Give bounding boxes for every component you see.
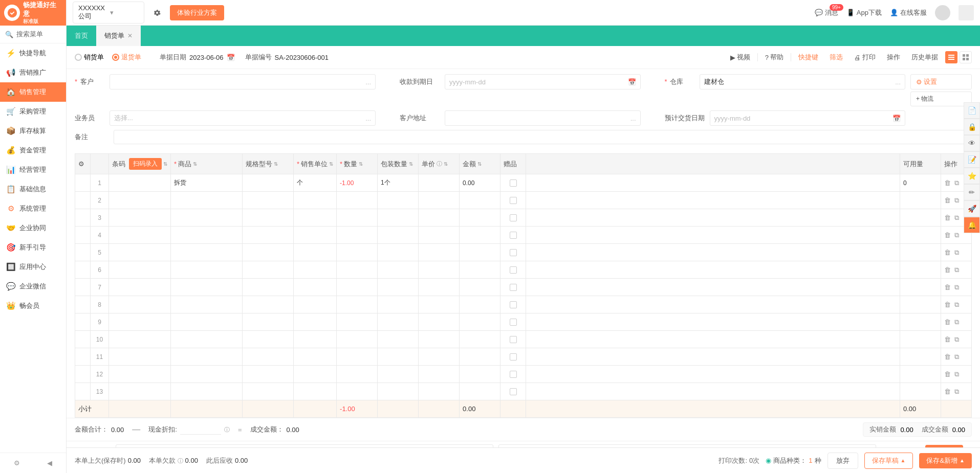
- row-gift-4[interactable]: [500, 244, 526, 261]
- row-price-8[interactable]: [419, 313, 460, 331]
- row-spec-9[interactable]: [243, 331, 294, 348]
- row-pkg-10[interactable]: [378, 348, 419, 366]
- row-barcode-9[interactable]: [109, 331, 171, 348]
- row-unit-3[interactable]: [294, 227, 337, 244]
- row-unit-0[interactable]: 个: [294, 174, 337, 192]
- float-btn-5[interactable]: ⭐: [964, 168, 980, 184]
- row-spec-4[interactable]: [243, 244, 294, 261]
- row-price-3[interactable]: [419, 227, 460, 244]
- row-qty-10[interactable]: [337, 348, 378, 366]
- row-price-11[interactable]: [419, 366, 460, 383]
- row-amount-0[interactable]: 0.00: [460, 174, 500, 192]
- message-btn[interactable]: 💬 消息 99+: [815, 8, 838, 17]
- sidebar-settings-btn[interactable]: ⚙: [10, 457, 24, 469]
- sales-order-radio[interactable]: 销货单: [75, 53, 104, 62]
- row-amount-6[interactable]: [460, 279, 500, 296]
- tab-sales[interactable]: 销货单 ✕: [96, 26, 141, 46]
- row-spec-5[interactable]: [243, 261, 294, 279]
- row-barcode-10[interactable]: [109, 348, 171, 366]
- row-spec-6[interactable]: [243, 279, 294, 296]
- row-price-12[interactable]: [419, 383, 460, 400]
- row-spec-11[interactable]: [243, 366, 294, 383]
- row-qty-5[interactable]: [337, 261, 378, 279]
- row-amount-10[interactable]: [460, 348, 500, 366]
- app-download-btn[interactable]: 📱 App下载: [846, 8, 882, 17]
- delete-icon-7[interactable]: 🗑: [944, 301, 951, 308]
- row-amount-1[interactable]: [460, 192, 500, 209]
- row-unit-6[interactable]: [294, 279, 337, 296]
- copy-icon-5[interactable]: ⧉: [954, 266, 959, 274]
- sidebar-search[interactable]: 🔍 搜索菜单: [0, 26, 66, 43]
- row-product-6[interactable]: [171, 279, 243, 296]
- sidebar-collapse-btn[interactable]: ◀: [43, 457, 56, 469]
- row-pkg-12[interactable]: [378, 383, 419, 400]
- float-btn-1[interactable]: 📄: [964, 102, 980, 119]
- copy-icon-10[interactable]: ⧉: [954, 353, 959, 361]
- row-barcode-7[interactable]: [109, 296, 171, 313]
- sidebar-item-app-center[interactable]: 🔲 应用中心: [0, 257, 66, 277]
- row-spec-8[interactable]: [243, 313, 294, 331]
- row-product-3[interactable]: [171, 227, 243, 244]
- customer-input[interactable]: ...: [110, 74, 376, 89]
- row-qty-4[interactable]: [337, 244, 378, 261]
- row-qty-3[interactable]: [337, 227, 378, 244]
- barcode-sort-icon[interactable]: ⇅: [163, 161, 167, 167]
- payment-date-input[interactable]: yyyy-mm-dd 📅: [445, 74, 640, 89]
- float-btn-3[interactable]: 👁: [964, 135, 980, 151]
- row-barcode-11[interactable]: [109, 366, 171, 383]
- avatar[interactable]: [935, 5, 950, 20]
- delete-icon-6[interactable]: 🗑: [944, 283, 951, 291]
- row-unit-4[interactable]: [294, 244, 337, 261]
- tab-home[interactable]: 首页: [67, 26, 96, 46]
- row-gift-2[interactable]: [500, 209, 526, 227]
- delete-icon-4[interactable]: 🗑: [944, 249, 951, 256]
- row-qty-8[interactable]: [337, 313, 378, 331]
- sidebar-item-wechat[interactable]: 💬 企业微信: [0, 277, 66, 296]
- row-price-10[interactable]: [419, 348, 460, 366]
- row-amount-12[interactable]: [460, 383, 500, 400]
- row-barcode-0[interactable]: [109, 174, 171, 192]
- grid-view-btn[interactable]: [960, 51, 972, 63]
- row-amount-2[interactable]: [460, 209, 500, 227]
- spec-sort-icon[interactable]: ⇅: [274, 161, 278, 167]
- row-unit-9[interactable]: [294, 331, 337, 348]
- qty-sort-icon[interactable]: ⇅: [359, 161, 363, 167]
- row-unit-8[interactable]: [294, 313, 337, 331]
- row-price-5[interactable]: [419, 261, 460, 279]
- flow-btn[interactable]: + 物流: [910, 92, 972, 106]
- remarks-input[interactable]: [114, 130, 972, 144]
- calendar-icon[interactable]: 📅: [227, 54, 235, 61]
- row-price-9[interactable]: [419, 331, 460, 348]
- copy-icon-6[interactable]: ⧉: [954, 283, 959, 291]
- copy-icon-9[interactable]: ⧉: [954, 335, 959, 343]
- customer-address-input[interactable]: ...: [445, 110, 640, 126]
- history-btn[interactable]: 历史单据: [907, 51, 942, 63]
- row-product-12[interactable]: [171, 383, 243, 400]
- float-btn-6[interactable]: ✏: [964, 184, 980, 200]
- info-icon[interactable]: ⓘ: [437, 160, 442, 168]
- salesperson-input[interactable]: 选择... ...: [110, 110, 376, 126]
- row-unit-5[interactable]: [294, 261, 337, 279]
- amount-sort-icon[interactable]: ⇅: [477, 161, 482, 167]
- row-amount-11[interactable]: [460, 366, 500, 383]
- row-gift-8[interactable]: [500, 313, 526, 331]
- copy-icon-12[interactable]: ⧉: [954, 388, 959, 395]
- list-view-btn[interactable]: [945, 51, 957, 63]
- row-unit-10[interactable]: [294, 348, 337, 366]
- row-barcode-5[interactable]: [109, 261, 171, 279]
- row-product-2[interactable]: [171, 209, 243, 227]
- row-amount-5[interactable]: [460, 261, 500, 279]
- copy-icon-0[interactable]: ⧉: [954, 179, 959, 187]
- sidebar-item-marketing[interactable]: 📢 营销推广: [0, 63, 66, 82]
- return-order-radio[interactable]: 退货单: [112, 53, 141, 62]
- settings-icon2[interactable]: ⚙: [78, 160, 84, 168]
- sidebar-item-biz-mgmt[interactable]: 📊 经营管理: [0, 160, 66, 179]
- user-menu[interactable]: [959, 5, 974, 20]
- row-gift-1[interactable]: [500, 192, 526, 209]
- sidebar-item-quick-nav[interactable]: ⚡ 快捷导航: [0, 43, 66, 63]
- copy-icon-7[interactable]: ⧉: [954, 301, 959, 308]
- row-pkg-3[interactable]: [378, 227, 419, 244]
- row-amount-9[interactable]: [460, 331, 500, 348]
- row-price-1[interactable]: [419, 192, 460, 209]
- row-pkg-1[interactable]: [378, 192, 419, 209]
